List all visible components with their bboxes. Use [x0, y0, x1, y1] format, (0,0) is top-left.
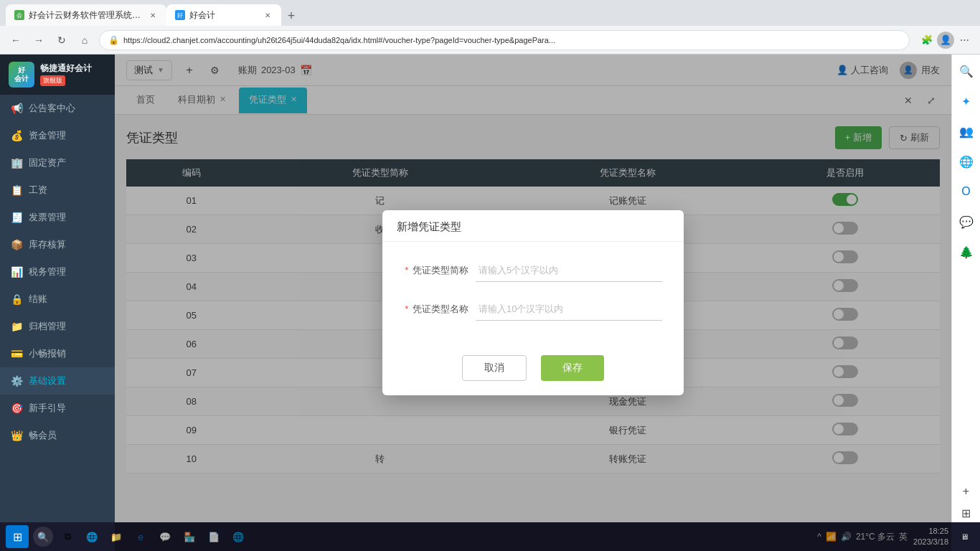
dialog-footer: 取消 保存 [382, 348, 684, 395]
sidebar-item-xiaochang[interactable]: 💳 小畅报销 [0, 340, 115, 367]
start-button[interactable]: ⊞ [6, 525, 29, 548]
sidebar-item-funds[interactable]: 💰 资金管理 [0, 122, 115, 149]
url-text: https://cloud2.chanjet.com/accounting/uh… [123, 36, 900, 44]
announcements-icon: 📢 [10, 102, 23, 115]
required-star-name: * [405, 303, 408, 314]
home-button[interactable]: ⌂ [76, 32, 93, 49]
invoice-icon: 🧾 [10, 211, 23, 224]
inventory-icon: 📦 [10, 238, 23, 251]
sidebar-label-newbie: 新手引导 [29, 402, 66, 415]
sidebar-item-inventory[interactable]: 📦 库存核算 [0, 231, 115, 258]
sidebar-item-basic[interactable]: ⚙️ 基础设置 [0, 367, 115, 395]
show-desktop-button[interactable]: 🖥 [954, 527, 974, 547]
tax-icon: 📊 [10, 265, 23, 278]
right-panel-globe-icon[interactable]: 🌐 [956, 151, 977, 172]
forward-button[interactable]: → [30, 32, 47, 49]
right-panel-outlook-icon[interactable]: O [956, 181, 977, 202]
dialog-overlay: 新增凭证类型 * 凭证类型简称 * 凭证类型名称 取消 保存 [115, 55, 951, 551]
more-options-icon[interactable]: ⋯ [956, 32, 973, 49]
right-panel-user-icon[interactable]: 👥 [956, 121, 977, 142]
right-panel: 🔍 ✦ 👥 🌐 O 💬 🌲 + ⊞ ⚙ [951, 55, 980, 551]
reload-button[interactable]: ↻ [53, 32, 70, 49]
sidebar-label-close-accounts: 结账 [29, 293, 47, 306]
extensions-icon[interactable]: 🧩 [918, 32, 936, 49]
sidebar: 好会计 畅捷通好会计 旗舰版 📢 公告客中心 💰 资金管理 🏢 固定资产 [0, 55, 115, 551]
sidebar-label-invoice: 发票管理 [29, 211, 66, 224]
sidebar-label-tax: 税务管理 [29, 265, 66, 278]
name-input[interactable] [476, 298, 662, 321]
salary-icon: 📋 [10, 184, 23, 197]
sidebar-item-member[interactable]: 👑 畅会员 [0, 422, 115, 449]
fixed-assets-icon: 🏢 [10, 156, 23, 169]
sidebar-label-xiaochang: 小畅报销 [29, 347, 66, 360]
taskbar-search-button[interactable]: 🔍 [33, 527, 53, 547]
profile-icon[interactable]: 👤 [937, 32, 954, 49]
funds-icon: 💰 [10, 129, 23, 142]
sidebar-label-archive: 归档管理 [29, 320, 66, 333]
address-bar: ← → ↻ ⌂ 🔒 https://cloud2.chanjet.com/acc… [0, 26, 980, 55]
app-logo: 好会计 畅捷通好会计 旗舰版 [0, 55, 115, 95]
required-star-abbr: * [405, 265, 408, 276]
sidebar-label-inventory: 库存核算 [29, 238, 66, 251]
right-panel-search-icon[interactable]: 🔍 [956, 60, 977, 82]
new-voucher-type-dialog: 新增凭证类型 * 凭证类型简称 * 凭证类型名称 取消 保存 [382, 210, 684, 395]
sidebar-item-close-accounts[interactable]: 🔒 结账 [0, 286, 115, 313]
sidebar-label-basic: 基础设置 [29, 375, 66, 387]
right-panel-star-icon[interactable]: ✦ [956, 90, 977, 112]
taskbar-chrome-icon[interactable]: 🌐 [82, 527, 102, 547]
tab-favicon-2: 好 [175, 10, 185, 20]
sidebar-item-archive[interactable]: 📁 归档管理 [0, 313, 115, 340]
lock-icon: 🔒 [108, 35, 119, 45]
sidebar-label-funds: 资金管理 [29, 129, 66, 142]
sidebar-label-fixed-assets: 固定资产 [29, 156, 66, 169]
form-row-name: * 凭证类型名称 [404, 298, 662, 321]
sidebar-item-fixed-assets[interactable]: 🏢 固定资产 [0, 149, 115, 176]
tab-favicon-1: 会 [14, 10, 24, 20]
abbr-input[interactable] [476, 259, 662, 282]
browser-tab-1[interactable]: 会 好会计云财务软件管理系统_会计 ✕ [6, 4, 166, 26]
sidebar-item-tax[interactable]: 📊 税务管理 [0, 258, 115, 286]
taskbar-multitask-icon[interactable]: ⧉ [57, 527, 77, 547]
logo-badge: 旗舰版 [40, 75, 65, 86]
sidebar-label-salary: 工资 [29, 184, 47, 197]
name-label: * 凭证类型名称 [404, 303, 468, 316]
url-input[interactable]: 🔒 https://cloud2.chanjet.com/accounting/… [99, 30, 910, 50]
browser-tab-2[interactable]: 好 好会计 ✕ [166, 4, 281, 26]
xiaochang-icon: 💳 [10, 347, 23, 360]
logo-icon: 好会计 [9, 62, 34, 88]
tab-label-1: 好会计云财务软件管理系统_会计 [29, 9, 143, 22]
sidebar-item-salary[interactable]: 📋 工资 [0, 176, 115, 204]
member-icon: 👑 [10, 429, 23, 442]
sidebar-item-announcements[interactable]: 📢 公告客中心 [0, 95, 115, 122]
basic-icon: ⚙️ [10, 375, 23, 387]
right-panel-grid-icon[interactable]: ⊞ [956, 502, 977, 524]
form-row-abbr: * 凭证类型简称 [404, 259, 662, 282]
dialog-body: * 凭证类型简称 * 凭证类型名称 [382, 242, 684, 348]
abbr-label: * 凭证类型简称 [404, 264, 468, 277]
right-panel-tree-icon[interactable]: 🌲 [956, 241, 977, 263]
archive-icon: 📁 [10, 320, 23, 333]
tab-close-2[interactable]: ✕ [263, 10, 273, 20]
sidebar-nav: 📢 公告客中心 💰 资金管理 🏢 固定资产 📋 工资 🧾 发票管理 [0, 95, 115, 524]
dialog-title: 新增凭证类型 [382, 210, 684, 242]
close-accounts-icon: 🔒 [10, 293, 23, 306]
logo-text: 畅捷通好会计 [40, 63, 92, 75]
sidebar-item-invoice[interactable]: 🧾 发票管理 [0, 204, 115, 231]
sidebar-label-member: 畅会员 [29, 429, 57, 442]
sidebar-label-announcements: 公告客中心 [29, 102, 75, 115]
right-panel-chat-icon[interactable]: 💬 [956, 211, 977, 232]
tab-label-2: 好会计 [189, 9, 215, 22]
new-tab-button[interactable]: + [281, 6, 301, 26]
newbie-icon: 🎯 [10, 402, 23, 415]
tab-close-1[interactable]: ✕ [148, 10, 158, 20]
right-panel-add-icon[interactable]: + [956, 481, 977, 502]
cancel-button[interactable]: 取消 [462, 355, 527, 381]
save-button[interactable]: 保存 [541, 355, 604, 381]
sidebar-item-newbie[interactable]: 🎯 新手引导 [0, 395, 115, 422]
back-button[interactable]: ← [7, 32, 24, 49]
